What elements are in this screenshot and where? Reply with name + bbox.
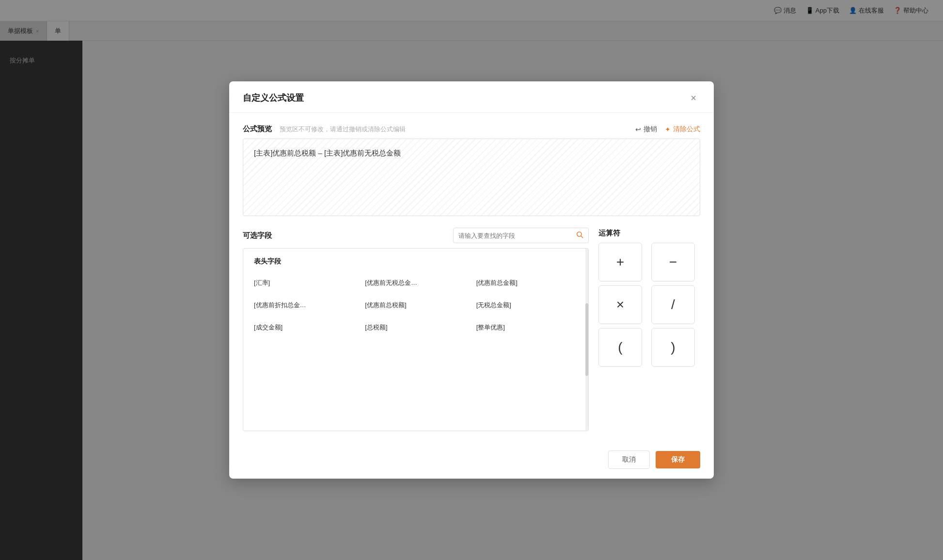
list-item[interactable]: [优惠前无税总金… [360, 272, 471, 294]
fields-label: 可选字段 [243, 231, 272, 240]
clear-icon: ✦ [665, 125, 671, 133]
modal-footer: 取消 保存 [229, 443, 714, 479]
operator-divide-button[interactable]: / [651, 285, 695, 324]
list-item[interactable]: [优惠前总税额] [360, 294, 471, 316]
modal-title: 自定义公式设置 [243, 92, 304, 104]
fields-grid: [汇率] [优惠前无税总金… [优惠前总金额] [优惠前折扣总金… [优惠前总税… [249, 272, 582, 339]
operators-section: 运算符 + − × / ( ) [598, 228, 700, 431]
modal-body: 公式预览 预览区不可修改，请通过撤销或清除公式编辑 ↩ 撤销 ✦ 清除公式 [229, 113, 714, 443]
cancel-button[interactable]: 取消 [608, 451, 650, 469]
list-item[interactable]: [成交金额] [249, 316, 360, 339]
list-item[interactable]: [无税总金额] [472, 294, 582, 316]
svg-line-1 [581, 236, 583, 238]
scrollbar-thumb[interactable] [585, 303, 588, 376]
modal-overlay: 自定义公式设置 × 公式预览 预览区不可修改，请通过撤销或清除公式编辑 ↩ 撤销 [0, 0, 943, 560]
fields-header-row: 可选字段 [243, 228, 589, 243]
undo-button[interactable]: ↩ 撤销 [635, 125, 657, 134]
formula-preview-section: 公式预览 预览区不可修改，请通过撤销或清除公式编辑 ↩ 撤销 ✦ 清除公式 [243, 124, 700, 216]
operators-label: 运算符 [598, 228, 700, 238]
fields-search-box[interactable] [453, 228, 589, 243]
search-icon [576, 231, 583, 240]
formula-preview-header: 公式预览 预览区不可修改，请通过撤销或清除公式编辑 ↩ 撤销 ✦ 清除公式 [243, 124, 700, 134]
undo-icon: ↩ [635, 125, 641, 133]
list-item[interactable]: [总税额] [360, 316, 471, 339]
formula-actions: ↩ 撤销 ✦ 清除公式 [635, 125, 700, 134]
save-button[interactable]: 保存 [656, 451, 700, 468]
formula-preview-label: 公式预览 [243, 124, 272, 134]
operator-open-paren-button[interactable]: ( [598, 328, 642, 367]
operator-minus-button[interactable]: − [651, 243, 695, 281]
fields-list-inner: 表头字段 [汇率] [优惠前无税总金… [优惠前总金额] [优惠前折扣总金… [… [243, 249, 588, 394]
fields-group-label: 表头字段 [249, 253, 582, 272]
scrollbar-track [585, 249, 588, 431]
fields-operators-row: 可选字段 表头 [243, 228, 700, 431]
operators-grid: + − × / ( ) [598, 243, 700, 367]
formula-preview-box: [主表]优惠前总税额 – [主表]优惠前无税总金额 [243, 139, 700, 216]
operator-multiply-button[interactable]: × [598, 285, 642, 324]
formula-display-text: [主表]优惠前总税额 – [主表]优惠前无税总金额 [254, 149, 689, 158]
operator-plus-button[interactable]: + [598, 243, 642, 281]
modal-close-button[interactable]: × [687, 91, 700, 105]
list-item[interactable]: [优惠前总金额] [472, 272, 582, 294]
clear-formula-button[interactable]: ✦ 清除公式 [665, 125, 700, 134]
formula-modal: 自定义公式设置 × 公式预览 预览区不可修改，请通过撤销或清除公式编辑 ↩ 撤销 [229, 81, 714, 479]
operator-close-paren-button[interactable]: ) [651, 328, 695, 367]
fields-section: 可选字段 表头 [243, 228, 589, 431]
fields-list-box: 表头字段 [汇率] [优惠前无税总金… [优惠前总金额] [优惠前折扣总金… [… [243, 248, 589, 431]
fields-search-input[interactable] [458, 232, 573, 239]
formula-preview-hint: 预览区不可修改，请通过撤销或清除公式编辑 [280, 125, 406, 134]
list-item[interactable]: [汇率] [249, 272, 360, 294]
list-item[interactable]: [整单优惠] [472, 316, 582, 339]
list-item[interactable]: [优惠前折扣总金… [249, 294, 360, 316]
modal-header: 自定义公式设置 × [229, 81, 714, 113]
